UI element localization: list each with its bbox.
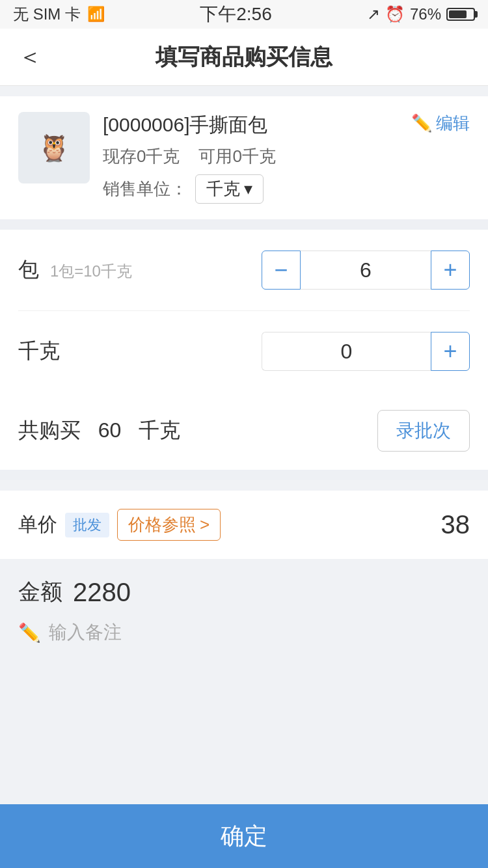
amount-value: 2280 xyxy=(73,578,131,607)
bag-quantity-input[interactable] xyxy=(301,251,431,290)
price-ref-arrow: > xyxy=(200,515,210,535)
price-ref-label: 价格参照 xyxy=(128,513,196,536)
product-unit-row: 销售单位： 千克 ▾ xyxy=(103,174,470,204)
amount-section: 金额 2280 ✏️ 输入备注 xyxy=(0,559,488,663)
unit-label: 销售单位： xyxy=(103,178,187,200)
product-thumb-icon: 🦉 xyxy=(38,133,70,163)
product-info: [0000006]手撕面包 ✏️ 编辑 现存0千克 可用0千克 销售单位： 千克… xyxy=(103,112,470,204)
batch-button[interactable]: 录批次 xyxy=(377,410,470,452)
kg-qty-control: + xyxy=(262,332,470,371)
stock-available: 可用0千克 xyxy=(198,146,275,166)
carrier-label: 无 SIM 卡 xyxy=(13,4,81,25)
bag-plus-button[interactable]: + xyxy=(431,251,470,290)
note-row[interactable]: ✏️ 输入备注 xyxy=(18,620,470,645)
nav-bar: ＜ 填写商品购买信息 xyxy=(0,29,488,86)
bag-qty-control: − + xyxy=(262,251,470,290)
amount-label: 金额 xyxy=(18,577,62,607)
bag-hint: 1包=10千克 xyxy=(50,262,132,280)
price-reference-button[interactable]: 价格参照 > xyxy=(117,509,221,541)
product-stock: 现存0千克 可用0千克 xyxy=(103,145,470,168)
chevron-down-icon: ▾ xyxy=(244,179,252,199)
product-name: [0000006]手撕面包 xyxy=(103,112,267,139)
bag-label: 包 1包=10千克 xyxy=(18,256,262,284)
battery-percent: 76% xyxy=(410,5,441,23)
total-batch-section: 共购买 60 千克 录批次 xyxy=(0,392,488,470)
confirm-label: 确定 xyxy=(221,821,267,852)
status-bar: 无 SIM 卡 📶 下午2:56 ↗ ⏰ 76% xyxy=(0,0,488,29)
status-right: ↗ ⏰ 76% xyxy=(367,5,475,23)
status-time: 下午2:56 xyxy=(200,2,272,27)
price-label: 单价 xyxy=(18,511,57,538)
divider-2 xyxy=(0,470,488,480)
edit-label: 编辑 xyxy=(436,112,470,135)
bag-minus-button[interactable]: − xyxy=(262,251,301,290)
wifi-icon: 📶 xyxy=(87,6,105,23)
product-card: 🦉 [0000006]手撕面包 ✏️ 编辑 现存0千克 可用0千克 销售单位： … xyxy=(0,96,488,219)
status-left: 无 SIM 卡 📶 xyxy=(13,4,105,25)
total-amount: 60 xyxy=(98,418,122,442)
stock-current: 现存0千克 xyxy=(103,146,180,166)
total-unit: 千克 xyxy=(139,418,180,442)
alarm-icon: ⏰ xyxy=(385,5,405,23)
bag-quantity-row: 包 1包=10千克 − + xyxy=(18,230,470,311)
batch-tag: 批发 xyxy=(65,513,109,537)
price-value: 38 xyxy=(441,510,470,539)
kg-plus-button[interactable]: + xyxy=(431,332,470,371)
kg-label: 千克 xyxy=(18,337,262,366)
unit-value: 千克 xyxy=(206,178,240,200)
back-button[interactable]: ＜ xyxy=(18,41,42,73)
kg-quantity-row: 千克 + xyxy=(18,311,470,392)
unit-dropdown[interactable]: 千克 ▾ xyxy=(195,174,264,204)
confirm-button[interactable]: 确定 xyxy=(0,804,488,868)
location-icon: ↗ xyxy=(367,5,380,23)
total-prefix: 共购买 xyxy=(18,418,81,442)
edit-icon: ✏️ xyxy=(411,113,432,133)
amount-row: 金额 2280 xyxy=(18,577,470,607)
edit-button[interactable]: ✏️ 编辑 xyxy=(411,112,470,135)
pencil-icon: ✏️ xyxy=(18,622,41,644)
total-text: 共购买 60 千克 xyxy=(18,416,180,445)
product-thumbnail: 🦉 xyxy=(18,112,90,183)
battery-icon xyxy=(446,8,475,21)
page-title: 填写商品购买信息 xyxy=(156,42,332,72)
divider-1 xyxy=(0,219,488,230)
price-section: 单价 批发 价格参照 > 38 xyxy=(0,491,488,559)
kg-quantity-input[interactable] xyxy=(262,332,431,371)
note-placeholder: 输入备注 xyxy=(49,620,122,645)
quantity-section: 包 1包=10千克 − + 千克 + xyxy=(0,230,488,392)
